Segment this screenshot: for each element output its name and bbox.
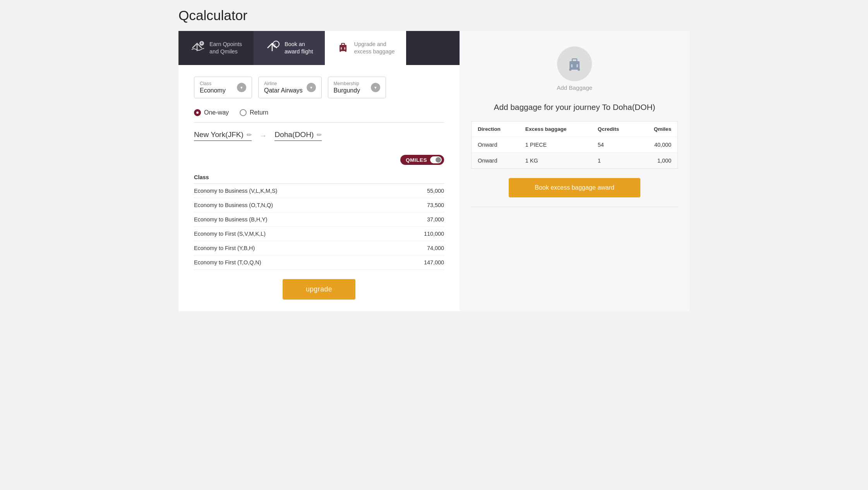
toggle-row: QMILES <box>194 155 444 165</box>
table-row: Economy to Business (O,T,N,Q) 73,500 <box>194 198 444 212</box>
destination-edit-icon[interactable]: ✏ <box>317 131 322 139</box>
baggage-direction: Onward <box>472 153 519 169</box>
divider <box>471 207 678 207</box>
oneway-label: One-way <box>204 109 229 116</box>
trip-type-row: One-way Return <box>194 109 444 123</box>
direction-col-header: Direction <box>472 122 519 137</box>
baggage-table: Direction Excess baggage Qcredits Qmiles… <box>471 121 678 169</box>
upgrade-tab-text: Upgrade and excess baggage <box>354 41 395 55</box>
table-row: Economy to Business (B,H,Y) 37,000 <box>194 212 444 227</box>
earn-icon: + <box>190 39 205 57</box>
destination-text: Doha(DOH) <box>274 130 314 139</box>
table-row: Economy to First (T,O,Q,N) 147,000 <box>194 255 444 270</box>
class-row-label: Economy to First (S,V,M,K,L) <box>194 227 395 241</box>
qcredits-col-header: Qcredits <box>592 122 637 137</box>
toggle-switch <box>430 156 442 163</box>
value-col-header <box>395 171 444 184</box>
baggage-qcredits: 54 <box>592 137 637 153</box>
origin-edit-icon[interactable]: ✏ <box>247 131 252 139</box>
class-row-label: Economy to First (Y,B,H) <box>194 241 395 255</box>
qmiles-toggle[interactable]: QMILES <box>400 155 444 165</box>
svg-point-14 <box>569 69 571 71</box>
return-radio[interactable]: Return <box>240 109 268 116</box>
upgrade-button[interactable]: upgrade <box>283 279 355 300</box>
class-row-label: Economy to Business (V,L,K,M,S) <box>194 184 395 198</box>
svg-text:+: + <box>201 41 203 45</box>
upgrade-baggage-icon <box>336 40 350 56</box>
dropdowns-row: Class Economy ▾ Airline Qatar Airways ▾ <box>194 77 444 98</box>
tab-award[interactable]: Book an award flight <box>254 31 325 65</box>
baggage-excess: 1 PIECE <box>519 137 592 153</box>
membership-dropdown-arrow: ▾ <box>371 83 380 92</box>
page-title: Qcalculator <box>178 8 690 23</box>
toggle-label: QMILES <box>406 157 427 163</box>
class-dropdown[interactable]: Class Economy ▾ <box>194 77 252 98</box>
svg-point-15 <box>578 69 580 71</box>
svg-rect-7 <box>344 47 345 50</box>
tab-earn[interactable]: + Earn Qpoints and Qmiles <box>178 31 254 65</box>
class-row-label: Economy to Business (O,T,N,Q) <box>194 198 395 212</box>
route-row: New York(JFK) ✏ → Doha(DOH) ✏ <box>194 130 444 147</box>
baggage-qmiles: 1,000 <box>637 153 678 169</box>
svg-point-3 <box>275 43 277 45</box>
award-tab-text: Book an award flight <box>285 41 313 55</box>
airline-dropdown-arrow: ▾ <box>307 83 316 92</box>
tab-upgrade[interactable]: Upgrade and excess baggage <box>325 31 407 65</box>
svg-rect-13 <box>576 64 578 67</box>
route-arrow-icon: → <box>259 132 267 140</box>
nav-tabs: + Earn Qpoints and Qmiles <box>178 31 460 65</box>
return-radio-circle <box>240 109 247 116</box>
table-row: Economy to First (Y,B,H) 74,000 <box>194 241 444 255</box>
membership-dropdown[interactable]: Membership Burgundy ▾ <box>328 77 386 98</box>
class-col-header: Class <box>194 171 395 184</box>
add-baggage-label: Add Baggage <box>557 84 592 91</box>
airline-label: Airline <box>264 81 303 86</box>
class-row-label: Economy to First (T,O,Q,N) <box>194 255 395 270</box>
book-baggage-button[interactable]: Book excess baggage award <box>509 178 640 197</box>
baggage-heading: Add baggage for your journey To Doha(DOH… <box>494 103 655 112</box>
svg-point-9 <box>345 50 347 52</box>
membership-value: Burgundy <box>334 87 360 94</box>
svg-rect-10 <box>570 61 580 70</box>
class-value: Economy <box>200 87 226 94</box>
svg-rect-12 <box>571 64 573 67</box>
svg-rect-11 <box>572 59 577 62</box>
excess-col-header: Excess baggage <box>519 122 592 137</box>
airline-dropdown[interactable]: Airline Qatar Airways ▾ <box>258 77 322 98</box>
class-row-value: 110,000 <box>395 227 444 241</box>
svg-point-8 <box>340 50 341 52</box>
airline-value: Qatar Airways <box>264 87 303 94</box>
class-table: Class Economy to Business (V,L,K,M,S) 55… <box>194 171 444 270</box>
class-label: Class <box>200 81 226 86</box>
table-row: Economy to First (S,V,M,K,L) 110,000 <box>194 227 444 241</box>
table-row: Economy to Business (V,L,K,M,S) 55,000 <box>194 184 444 198</box>
svg-rect-5 <box>341 43 345 45</box>
baggage-direction: Onward <box>472 137 519 153</box>
award-icon <box>265 39 280 57</box>
return-label: Return <box>250 109 268 116</box>
qmiles-col-header: Qmiles <box>637 122 678 137</box>
baggage-row: Onward 1 KG 1 1,000 <box>472 153 678 169</box>
baggage-icon-circle <box>557 46 592 81</box>
baggage-qmiles: 40,000 <box>637 137 678 153</box>
baggage-icon <box>565 54 584 74</box>
class-dropdown-arrow: ▾ <box>237 83 246 92</box>
class-row-value: 147,000 <box>395 255 444 270</box>
baggage-excess: 1 KG <box>519 153 592 169</box>
oneway-radio-circle <box>194 109 201 116</box>
class-row-value: 37,000 <box>395 212 444 227</box>
origin-input[interactable]: New York(JFK) ✏ <box>194 130 252 141</box>
class-row-label: Economy to Business (B,H,Y) <box>194 212 395 227</box>
svg-rect-6 <box>341 47 342 50</box>
membership-label: Membership <box>334 81 360 86</box>
class-row-value: 55,000 <box>395 184 444 198</box>
oneway-radio[interactable]: One-way <box>194 109 229 116</box>
baggage-row: Onward 1 PIECE 54 40,000 <box>472 137 678 153</box>
destination-input[interactable]: Doha(DOH) ✏ <box>274 130 322 141</box>
earn-tab-text: Earn Qpoints and Qmiles <box>209 41 242 55</box>
class-row-value: 73,500 <box>395 198 444 212</box>
svg-rect-4 <box>340 45 347 51</box>
origin-text: New York(JFK) <box>194 130 244 139</box>
class-row-value: 74,000 <box>395 241 444 255</box>
baggage-qcredits: 1 <box>592 153 637 169</box>
